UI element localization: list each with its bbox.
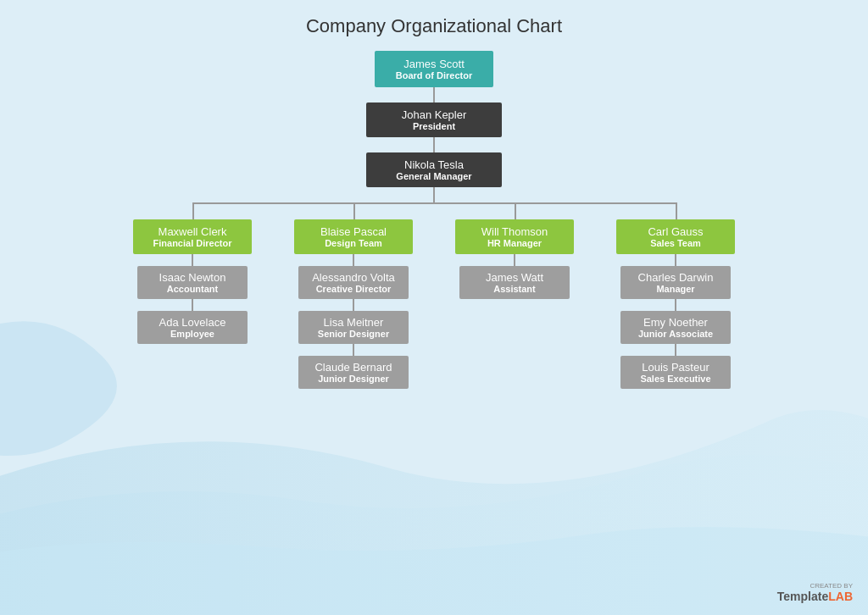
box-claude-bernard: Claude Bernard Junior Designer bbox=[298, 356, 409, 389]
chart-container: Company Organizational Chart James Scott… bbox=[0, 0, 868, 615]
horiz-connector bbox=[192, 202, 676, 204]
name-johan-kepler: Johan Kepler bbox=[402, 108, 467, 121]
box-maxwell-clerk: Maxwell Clerk Financial Director bbox=[133, 219, 252, 254]
sub-connector-carl bbox=[675, 254, 676, 266]
role-claude-bernard: Junior Designer bbox=[318, 374, 389, 384]
box-isaac-newton: Isaac Newton Accountant bbox=[137, 266, 248, 299]
box-lisa-meitner: Lisa Meitner Senior Designer bbox=[298, 311, 409, 344]
name-will-thomson: Will Thomson bbox=[481, 225, 548, 238]
vert-col2-connector bbox=[353, 202, 355, 219]
box-ada-lovelace: Ada Lovelace Employee bbox=[137, 311, 248, 344]
sub-connector-claude bbox=[353, 344, 354, 356]
sub-connector-blaise bbox=[353, 254, 354, 266]
sub-connector-emy bbox=[675, 299, 676, 311]
connector-l1-l2 bbox=[433, 137, 435, 152]
col-will: Will Thomson HR Manager James Watt Assis… bbox=[434, 219, 595, 299]
vert-col4-connector bbox=[676, 202, 677, 219]
role-maxwell-clerk: Financial Director bbox=[153, 238, 232, 248]
role-emy-noether: Junior Associate bbox=[638, 329, 713, 339]
created-by-label: CREATED BY bbox=[777, 582, 853, 590]
name-louis-pasteur: Louis Pasteur bbox=[642, 361, 709, 374]
sub-connector-ada bbox=[192, 299, 193, 311]
role-nikola-tesla: General Manager bbox=[396, 171, 471, 181]
box-louis-pasteur: Louis Pasteur Sales Executive bbox=[620, 356, 731, 389]
name-emy-noether: Emy Noether bbox=[643, 316, 708, 329]
box-will-thomson: Will Thomson HR Manager bbox=[455, 219, 574, 254]
role-blaise-pascal: Design Team bbox=[325, 238, 382, 248]
vert-col1-connector bbox=[192, 202, 194, 219]
sub-connector-will bbox=[514, 254, 515, 266]
box-emy-noether: Emy Noether Junior Associate bbox=[620, 311, 731, 344]
name-carl-gauss: Carl Gauss bbox=[648, 225, 703, 238]
templatelab-branding: CREATED BY TemplateLAB bbox=[777, 582, 853, 603]
box-nikola-tesla: Nikola Tesla General Manager bbox=[366, 152, 502, 187]
role-isaac-newton: Accountant bbox=[167, 284, 219, 294]
org-chart: James Scott Board of Director Johan Kepl… bbox=[25, 51, 843, 389]
box-blaise-pascal: Blaise Pascal Design Team bbox=[294, 219, 413, 254]
role-charles-darwin: Manager bbox=[656, 284, 694, 294]
box-charles-darwin: Charles Darwin Manager bbox=[620, 266, 731, 299]
name-ada-lovelace: Ada Lovelace bbox=[159, 316, 226, 329]
col-carl: Carl Gauss Sales Team Charles Darwin Man… bbox=[595, 219, 756, 389]
role-james-watt: Assistant bbox=[493, 284, 536, 294]
template-label: TemplateLAB bbox=[777, 593, 853, 602]
name-charles-darwin: Charles Darwin bbox=[638, 271, 714, 284]
sub-connector-maxwell bbox=[192, 254, 193, 266]
role-james-scott: Board of Director bbox=[396, 70, 472, 80]
name-volta: Alessandro Volta bbox=[312, 271, 395, 284]
sub-connector-louis bbox=[675, 344, 676, 356]
name-james-watt: James Watt bbox=[486, 271, 543, 284]
sub-connector-lisa bbox=[353, 299, 354, 311]
box-carl-gauss: Carl Gauss Sales Team bbox=[616, 219, 735, 254]
col-maxwell: Maxwell Clerk Financial Director Isaac N… bbox=[112, 219, 273, 344]
role-lisa-meitner: Senior Designer bbox=[318, 329, 389, 339]
box-volta: Alessandro Volta Creative Director bbox=[298, 266, 409, 299]
name-isaac-newton: Isaac Newton bbox=[159, 271, 226, 284]
chart-title: Company Organizational Chart bbox=[25, 15, 843, 37]
box-james-scott: James Scott Board of Director bbox=[375, 51, 493, 87]
name-lisa-meitner: Lisa Meitner bbox=[324, 316, 384, 329]
role-ada-lovelace: Employee bbox=[170, 329, 214, 339]
role-volta: Creative Director bbox=[316, 284, 392, 294]
role-carl-gauss: Sales Team bbox=[650, 238, 701, 248]
role-louis-pasteur: Sales Executive bbox=[640, 374, 710, 384]
name-nikola-tesla: Nikola Tesla bbox=[404, 158, 464, 171]
name-maxwell-clerk: Maxwell Clerk bbox=[159, 225, 227, 238]
role-johan-kepler: President bbox=[413, 121, 455, 131]
vert-connector-top bbox=[433, 187, 435, 204]
name-blaise-pascal: Blaise Pascal bbox=[320, 225, 387, 238]
box-johan-kepler: Johan Kepler President bbox=[366, 102, 502, 137]
level2-row: Maxwell Clerk Financial Director Isaac N… bbox=[112, 219, 756, 389]
branch-connector bbox=[112, 187, 756, 219]
name-claude-bernard: Claude Bernard bbox=[314, 361, 392, 374]
role-will-thomson: HR Manager bbox=[487, 238, 542, 248]
col-blaise: Blaise Pascal Design Team Alessandro Vol… bbox=[273, 219, 434, 389]
box-james-watt: James Watt Assistant bbox=[459, 266, 570, 299]
connector-l0-l1 bbox=[433, 87, 435, 102]
vert-col3-connector bbox=[515, 202, 516, 219]
name-james-scott: James Scott bbox=[403, 58, 465, 70]
